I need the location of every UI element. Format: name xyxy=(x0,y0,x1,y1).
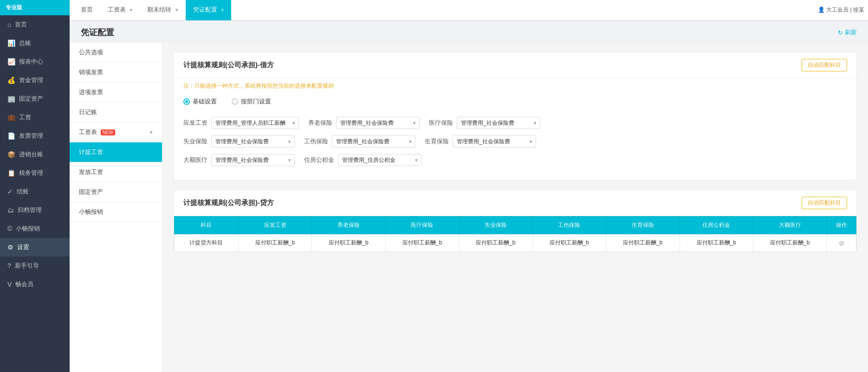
left-menu: 公共选项 销项发票 进项发票 日记账 工资表 NEW ▾ 计提工资 xyxy=(70,43,162,372)
td-injury-val: 应付职工薪酬_b xyxy=(532,234,606,252)
select-medical[interactable]: 管理费用_社会保险费 xyxy=(457,117,540,129)
left-menu-label: 销项发票 xyxy=(79,68,103,77)
top-nav: 首页 工资表 × 期末结转 × 凭证配置 × 👤 大工会员 | 徐某 xyxy=(70,0,868,20)
credit-table-header-row: 科目 应发工资 养老保险 医疗保险 失业保险 工伤保险 生育保险 住房公积金 大… xyxy=(175,217,856,234)
field-unemployment: 失业保险 管理费用_社会保险费 xyxy=(183,135,295,148)
td-action: ⊘ xyxy=(827,234,856,252)
th-pension: 养老保险 xyxy=(312,217,385,234)
sidebar-item-member[interactable]: V 畅会员 xyxy=(0,275,70,294)
td-subject: 计提贷方科目 xyxy=(175,234,239,252)
left-menu-item-fixed-assets[interactable]: 固定资产 xyxy=(70,182,162,202)
sidebar-item-archive[interactable]: 🗂 归档管理 xyxy=(0,201,70,219)
select-housing-fund[interactable]: 管理费用_住房公积金 xyxy=(338,154,421,166)
left-menu-item-salary-table[interactable]: 工资表 NEW ▾ xyxy=(70,122,162,142)
sidebar: 专业版 ⌂ 首页 📊 总账 📈 报表中心 💰 资金管理 🏢 固定资产 💼 工资 … xyxy=(0,0,70,372)
sidebar-item-fixed-assets[interactable]: 🏢 固定资产 xyxy=(0,90,70,108)
credit-section-header: 计提核算规则(公司承担)-贷方 自动匹配科目 xyxy=(174,190,856,216)
td-unemployment-val: 应付职工薪酬_b xyxy=(459,234,532,252)
radio-dept-circle xyxy=(232,98,238,105)
th-subject: 科目 xyxy=(175,217,239,234)
field-salary: 应发工资 管理费用_管理人员职工薪酬 xyxy=(183,117,299,129)
field-injury: 工伤保险 管理费用_社会保险费 xyxy=(304,135,415,148)
sidebar-item-general-ledger[interactable]: 📊 总账 xyxy=(0,34,70,52)
form-row-3: 大额医疗 管理费用_社会保险费 住房公积金 管理费用_住 xyxy=(183,154,847,166)
select-maternity[interactable]: 管理费用_社会保险费 xyxy=(453,135,536,148)
select-wrapper-housing-fund: 管理费用_住房公积金 xyxy=(338,154,421,166)
left-menu-item-pay-salary[interactable]: 发放工资 xyxy=(70,162,162,182)
sidebar-item-label: 进销台账 xyxy=(19,150,43,159)
sidebar-item-fund[interactable]: 💰 资金管理 xyxy=(0,71,70,90)
tab-home-label: 首页 xyxy=(81,6,93,14)
sidebar-item-label: 资金管理 xyxy=(19,76,43,84)
radio-basic-circle xyxy=(183,98,190,105)
app-version-badge: 专业版 xyxy=(0,0,70,15)
field-housing-fund: 住房公积金 管理费用_住房公积金 xyxy=(304,154,421,166)
top-nav-right: 👤 大工会员 | 徐某 xyxy=(818,6,864,14)
tab-voucher-close[interactable]: × xyxy=(221,7,224,13)
credit-section: 计提核算规则(公司承担)-贷方 自动匹配科目 科目 应发工资 养老保险 医疗保险… xyxy=(174,190,857,252)
label-injury: 工伤保险 xyxy=(304,137,328,146)
sidebar-item-label: 报表中心 xyxy=(19,58,43,66)
td-medical-val: 应付职工薪酬_b xyxy=(385,234,459,252)
form-row-2: 失业保险 管理费用_社会保险费 工伤保险 管理费用_社会 xyxy=(183,135,847,148)
select-wrapper-unemployment: 管理费用_社会保险费 xyxy=(211,135,295,148)
tab-period-closing[interactable]: 期末结转 × xyxy=(140,0,185,20)
select-wrapper-medical: 管理费用_社会保险费 xyxy=(457,117,540,129)
sidebar-item-guide[interactable]: ? 新手引导 xyxy=(0,257,70,275)
select-unemployment[interactable]: 管理费用_社会保险费 xyxy=(211,135,295,148)
tab-salary-table[interactable]: 工资表 × xyxy=(100,0,140,20)
sidebar-item-label: 结账 xyxy=(17,187,29,196)
fund-icon: 💰 xyxy=(7,77,15,84)
radio-dept[interactable]: 按部门设置 xyxy=(232,97,271,106)
salary-icon: 💼 xyxy=(7,114,15,121)
sidebar-item-closing[interactable]: ✓ 结账 xyxy=(0,182,70,201)
sidebar-item-label: 总账 xyxy=(19,39,31,47)
invoice-icon: 📄 xyxy=(7,132,15,140)
sidebar-item-salary[interactable]: 💼 工资 xyxy=(0,108,70,127)
debit-section-title: 计提核算规则(公司承担)-借方 xyxy=(183,61,274,70)
radio-basic[interactable]: 基础设置 xyxy=(183,97,217,106)
sidebar-item-tax[interactable]: 📋 税务管理 xyxy=(0,164,70,182)
left-menu-item-xiaochang-expense[interactable]: 小畅报销 xyxy=(70,202,162,222)
refresh-button[interactable]: ↻ 刷新 xyxy=(838,28,857,37)
tab-home[interactable]: 首页 xyxy=(73,0,100,20)
sidebar-item-home[interactable]: ⌂ 首页 xyxy=(0,15,70,34)
select-large-medical[interactable]: 管理费用_社会保险费 xyxy=(211,154,295,166)
tab-salary-close[interactable]: × xyxy=(130,7,132,13)
tab-voucher-config[interactable]: 凭证配置 × xyxy=(186,0,231,20)
reports-icon: 📈 xyxy=(7,58,15,65)
select-wrapper-salary: 管理费用_管理人员职工薪酬 xyxy=(211,117,299,129)
tab-period-close[interactable]: × xyxy=(175,7,178,13)
left-menu-item-credit-invoice[interactable]: 销项发票 xyxy=(70,63,162,83)
sidebar-item-xiaochang[interactable]: © 小畅报销 xyxy=(0,219,70,238)
edit-icon[interactable]: ⊘ xyxy=(839,239,844,247)
td-housing-fund-val: 应付职工薪酬_b xyxy=(680,234,753,252)
tab-voucher-label: 凭证配置 xyxy=(193,6,217,14)
label-maternity: 生育保险 xyxy=(425,137,449,146)
sidebar-item-label: 设置 xyxy=(17,243,29,251)
main-area: 首页 工资表 × 期末结转 × 凭证配置 × 👤 大工会员 | 徐某 凭证配置 … xyxy=(70,0,868,372)
sidebar-item-label: 畅会员 xyxy=(15,280,33,289)
credit-auto-match-button[interactable]: 自动匹配科目 xyxy=(802,197,847,209)
left-menu-item-journal[interactable]: 日记账 xyxy=(70,103,162,122)
left-menu-item-calc-salary[interactable]: 计提工资 xyxy=(70,142,162,162)
sidebar-item-purchase-sales[interactable]: 📦 进销台账 xyxy=(0,145,70,164)
sidebar-item-label: 归档管理 xyxy=(18,206,42,214)
debit-auto-match-button[interactable]: 自动匹配科目 xyxy=(802,59,847,71)
debit-section-header: 计提核算规则(公司承担)-借方 自动匹配科目 xyxy=(174,52,856,78)
sidebar-item-label: 新手引导 xyxy=(15,262,39,270)
guide-icon: ? xyxy=(7,262,11,269)
select-salary[interactable]: 管理费用_管理人员职工薪酬 xyxy=(211,117,299,129)
label-unemployment: 失业保险 xyxy=(183,137,207,146)
th-medical: 医疗保险 xyxy=(385,217,459,234)
left-menu-item-public[interactable]: 公共选项 xyxy=(70,43,162,63)
sidebar-item-reports[interactable]: 📈 报表中心 xyxy=(0,52,70,71)
left-menu-item-debit-invoice[interactable]: 进项发票 xyxy=(70,83,162,103)
credit-section-title: 计提核算规则(公司承担)-贷方 xyxy=(183,199,274,207)
select-pension[interactable]: 管理费用_社会保险费 xyxy=(336,117,420,129)
select-injury[interactable]: 管理费用_社会保险费 xyxy=(332,135,415,148)
sidebar-item-invoice[interactable]: 📄 发票管理 xyxy=(0,127,70,145)
th-unemployment: 失业保险 xyxy=(459,217,532,234)
refresh-label: 刷新 xyxy=(845,28,857,37)
sidebar-item-settings[interactable]: ⚙ 设置 xyxy=(0,238,70,257)
